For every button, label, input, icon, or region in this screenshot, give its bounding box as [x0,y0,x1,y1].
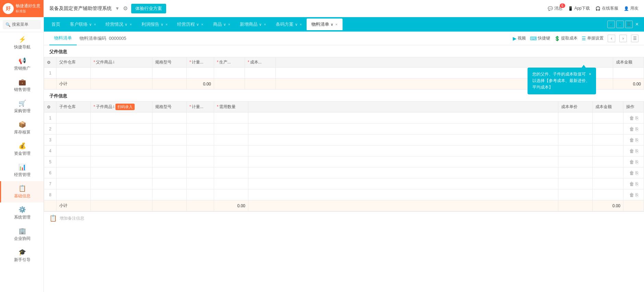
tab-product[interactable]: 商品 ∨ × [208,19,235,30]
settings-icon[interactable]: ⚙ [123,5,128,12]
child-cell-product-7[interactable] [91,178,152,189]
child-cell-warehouse-6[interactable] [57,167,91,178]
tab-nav-prev[interactable]: ‹ [607,21,615,28]
parent-cell-produce-1[interactable] [214,68,245,79]
child-cell-spec-6[interactable] [152,167,187,178]
child-cell-unit-1[interactable] [187,113,214,124]
parent-cell-unit-1[interactable] [187,68,214,79]
delete-icon-4[interactable]: 🗑 [629,148,634,154]
copy-icon-2[interactable]: ⎘ [635,126,638,132]
content-nav-menu[interactable]: ☰ [631,35,639,42]
sidebar-item-purchase[interactable]: 🛒 采购管理 [0,96,44,117]
tab-product-close[interactable]: × [228,22,230,26]
child-cell-spec-8[interactable] [152,189,187,200]
child-cell-unit-2[interactable] [187,124,214,135]
child-cell-unitcost-4[interactable] [558,145,593,156]
sidebar-item-sales[interactable]: 💼 销售管理 [0,75,44,96]
sidebar-item-inventory[interactable]: 📦 库存核算 [0,117,44,139]
tab-history[interactable]: 经营历程 ∨ × [172,19,208,30]
tab-barcode-close[interactable]: × [300,22,302,26]
tab-profit-close[interactable]: × [165,22,168,26]
child-cell-product-5[interactable] [91,156,152,167]
child-cell-unitcost-3[interactable] [558,135,593,145]
copy-icon-3[interactable]: ⎘ [635,137,638,143]
child-cell-spec-1[interactable] [152,113,187,124]
system-dropdown-icon[interactable]: ▼ [115,6,120,11]
child-cell-unit-6[interactable] [187,167,214,178]
child-cell-unitcost-5[interactable] [558,156,593,167]
sidebar-item-enterprise[interactable]: 🏢 企业协同 [0,224,44,245]
child-cell-product-4[interactable] [91,145,152,156]
child-cell-unit-5[interactable] [187,156,214,167]
sidebar-item-finance[interactable]: 💰 资金管理 [0,139,44,160]
sidebar-item-quick-nav[interactable]: ⚡ 快捷导航 [0,32,44,54]
child-cell-warehouse-5[interactable] [57,156,91,167]
message-button[interactable]: 💬 消息 6 [548,5,562,11]
child-cell-product-1[interactable] [91,113,152,124]
parent-cell-cost-1[interactable] [245,68,276,79]
tab-nav-menu[interactable]: ☰ [625,21,633,28]
child-cell-warehouse-2[interactable] [57,124,91,135]
tab-bom-close[interactable]: × [335,22,337,26]
child-cell-spec-2[interactable] [152,124,187,135]
child-cell-qty-4[interactable] [214,145,248,156]
sidebar-item-basic-info[interactable]: 📋 基础信息 [0,181,44,202]
copy-icon-7[interactable]: ⎘ [635,181,638,187]
online-service-button[interactable]: 🎧 在线客服 [595,5,618,11]
parent-cell-warehouse-1[interactable] [57,68,91,79]
search-area[interactable]: 🔍 搜索菜单 [0,17,44,32]
child-cell-spec-7[interactable] [152,178,187,189]
child-cell-qty-8[interactable] [214,189,248,200]
child-cell-qty-7[interactable] [214,178,248,189]
sidebar-item-operations[interactable]: 📊 经营管理 [0,160,44,181]
child-cell-unit-7[interactable] [187,178,214,189]
delete-icon-5[interactable]: 🗑 [629,159,634,165]
delete-icon-2[interactable]: 🗑 [629,126,634,132]
tab-operations[interactable]: 经营情况 ∨ × [101,19,136,30]
child-cell-qty-2[interactable] [214,124,248,135]
child-cell-spec-5[interactable] [152,156,187,167]
scan-button[interactable]: 扫码录入 [115,104,135,110]
copy-icon-5[interactable]: ⎘ [635,159,638,165]
child-cell-unitcost-7[interactable] [558,178,593,189]
content-nav-prev[interactable]: ‹ [608,35,615,42]
tooltip-close-btn[interactable]: × [589,71,591,78]
user-button[interactable]: 👤 用友 [624,5,639,11]
trial-button[interactable]: 体验行业方案 [131,4,166,13]
search-menu-button[interactable]: 🔍 搜索菜单 [3,20,41,29]
tab-bom[interactable]: 物料清单 ∨ × [307,19,342,30]
tab-history-close[interactable]: × [201,22,203,26]
tab-customer[interactable]: 客户联络 ∨ × [65,19,101,30]
child-cell-warehouse-8[interactable] [57,189,91,200]
tab-profit[interactable]: 利润报告 ∨ × [137,19,172,30]
child-cell-warehouse-4[interactable] [57,145,91,156]
child-cell-qty-5[interactable] [214,156,248,167]
child-cell-product-6[interactable] [91,167,152,178]
child-cell-qty-3[interactable] [214,135,248,145]
copy-icon-4[interactable]: ⎘ [635,148,638,154]
child-cell-product-2[interactable] [91,124,152,135]
delete-icon-1[interactable]: 🗑 [629,115,634,121]
tab-nav-next[interactable]: › [616,21,624,28]
shortcut-btn[interactable]: ⌨ 快捷键 [530,35,550,41]
single-set-btn[interactable]: ☰ 单据设置 [582,35,604,41]
child-cell-spec-3[interactable] [152,135,187,145]
child-cell-unitcost-8[interactable] [558,189,593,200]
sidebar-item-guide[interactable]: 🎓 新手引导 [0,245,44,266]
tab-barcode[interactable]: 条码方案 ∨ × [271,19,307,30]
delete-icon-6[interactable]: 🗑 [629,170,634,176]
child-cell-unitcost-2[interactable] [558,124,593,135]
child-cell-unit-3[interactable] [187,135,214,145]
copy-icon-1[interactable]: ⎘ [635,115,638,121]
child-cell-qty-6[interactable] [214,167,248,178]
close-tab-x[interactable]: × [633,21,641,27]
child-cell-unitcost-6[interactable] [558,167,593,178]
delete-icon-7[interactable]: 🗑 [629,181,634,187]
parent-cell-spec-1[interactable] [152,68,187,79]
child-cell-unit-8[interactable] [187,189,214,200]
sidebar-item-marketing[interactable]: 📢 营销推广 [0,54,44,75]
delete-icon-3[interactable]: 🗑 [629,137,634,143]
copy-icon-6[interactable]: ⎘ [635,170,638,176]
child-cell-spec-4[interactable] [152,145,187,156]
child-cell-warehouse-3[interactable] [57,135,91,145]
